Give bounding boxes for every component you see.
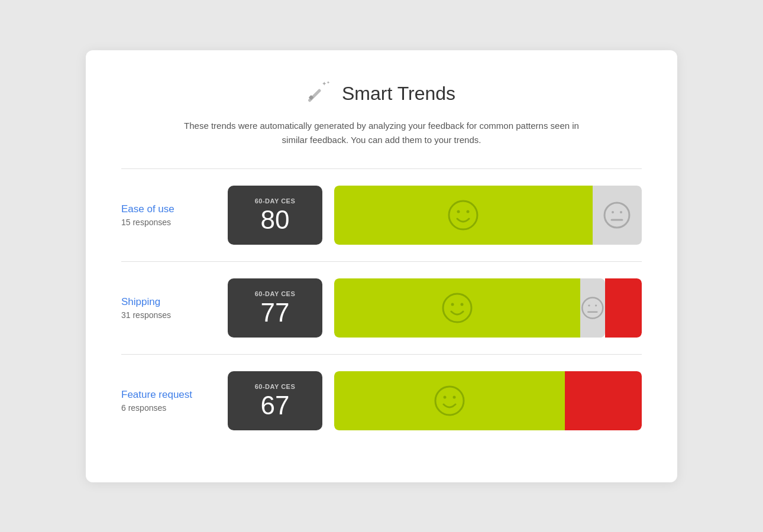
svg-point-6 — [467, 210, 470, 213]
trend-label-shipping: Shipping31 responses — [121, 296, 216, 320]
svg-point-15 — [588, 304, 590, 306]
svg-point-19 — [444, 395, 447, 398]
bar-neutral-shipping — [580, 278, 605, 338]
ces-box-ease-of-use: 60-DAY CES80 — [228, 186, 322, 245]
trend-name-shipping[interactable]: Shipping — [121, 296, 216, 308]
bar-green-feature-request — [334, 371, 565, 430]
svg-point-8 — [612, 211, 614, 213]
bar-neutral-ease-of-use — [593, 186, 642, 245]
trends-container: Ease of use15 responses60-DAY CES80 Ship… — [121, 168, 642, 447]
ces-box-shipping: 60-DAY CES77 — [228, 278, 322, 338]
ces-value-shipping: 77 — [261, 300, 290, 326]
bar-green-ease-of-use — [334, 186, 593, 245]
ces-label-feature-request: 60-DAY CES — [255, 383, 296, 390]
trend-name-feature-request[interactable]: Feature request — [121, 389, 216, 401]
bar-green-shipping — [334, 278, 580, 338]
ces-label-ease-of-use: 60-DAY CES — [255, 197, 296, 205]
trend-label-ease-of-use: Ease of use15 responses — [121, 203, 216, 227]
svg-point-18 — [435, 387, 464, 415]
title-row: ✦ ✦ Smart Trends — [121, 80, 642, 108]
trend-responses-shipping: 31 responses — [121, 310, 216, 320]
bar-container-shipping — [334, 278, 642, 338]
subtitle-text: These trends were automatically generate… — [180, 119, 583, 147]
magic-wand-icon: ✦ ✦ — [308, 80, 334, 108]
bar-container-ease-of-use — [334, 186, 642, 245]
svg-point-16 — [595, 304, 597, 306]
svg-text:✦: ✦ — [322, 80, 326, 87]
ces-label-shipping: 60-DAY CES — [255, 290, 296, 297]
ces-box-feature-request: 60-DAY CES67 — [228, 371, 322, 430]
page-title: Smart Trends — [342, 83, 455, 105]
svg-point-13 — [461, 303, 464, 306]
bar-red-feature-request — [565, 371, 642, 430]
smart-trends-card: ✦ ✦ Smart Trends These trends were autom… — [86, 50, 677, 482]
svg-point-9 — [620, 211, 622, 213]
trend-label-feature-request: Feature request6 responses — [121, 389, 216, 413]
ces-value-feature-request: 67 — [261, 392, 290, 419]
ces-value-ease-of-use: 80 — [261, 207, 290, 233]
svg-point-14 — [582, 297, 603, 318]
bar-container-feature-request — [334, 371, 642, 430]
svg-point-7 — [604, 203, 629, 228]
trend-responses-ease-of-use: 15 responses — [121, 218, 216, 227]
svg-point-20 — [453, 395, 456, 398]
svg-rect-2 — [308, 88, 321, 102]
card-header: ✦ ✦ Smart Trends These trends were autom… — [121, 80, 642, 147]
bar-red-shipping — [605, 278, 642, 338]
svg-point-11 — [443, 294, 471, 322]
svg-text:✦: ✦ — [326, 80, 330, 85]
trend-name-ease-of-use[interactable]: Ease of use — [121, 203, 216, 215]
svg-point-4 — [449, 201, 477, 229]
trend-row-feature-request: Feature request6 responses60-DAY CES67 — [121, 354, 642, 447]
trend-responses-feature-request: 6 responses — [121, 403, 216, 413]
svg-point-12 — [451, 303, 454, 306]
trend-row-ease-of-use: Ease of use15 responses60-DAY CES80 — [121, 168, 642, 261]
trend-row-shipping: Shipping31 responses60-DAY CES77 — [121, 261, 642, 354]
svg-point-5 — [457, 210, 460, 213]
